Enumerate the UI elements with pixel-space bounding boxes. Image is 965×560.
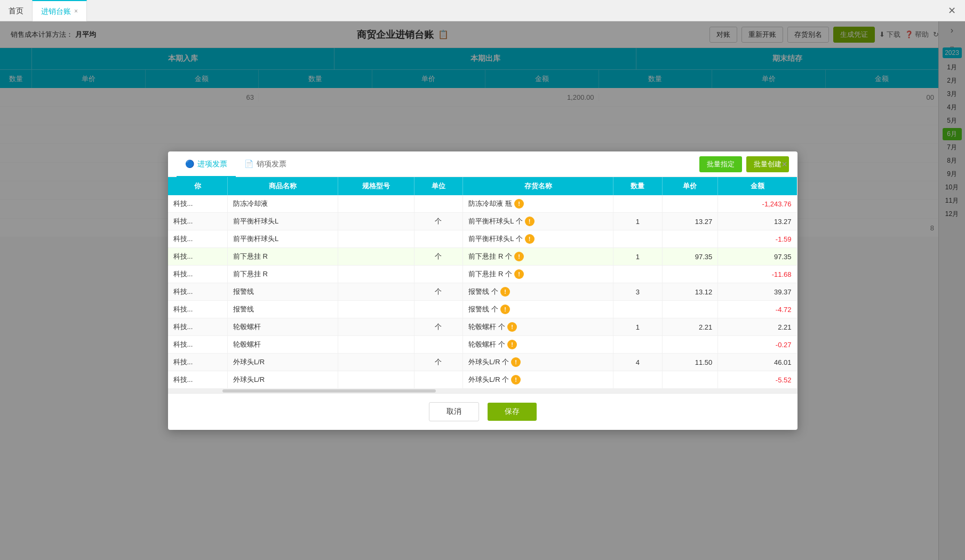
table-cell: 外球头L/R 个! bbox=[463, 354, 613, 371]
modal-overlay: 🔵 进项发票 📄 销项发票 批量指定 批量创建 × bbox=[0, 21, 965, 560]
table-cell bbox=[662, 371, 717, 389]
table-cell bbox=[662, 336, 717, 354]
table-cell bbox=[662, 195, 717, 213]
table-cell: 2.21 bbox=[718, 318, 797, 336]
tab-active[interactable]: 进销台账 × bbox=[32, 0, 87, 21]
table-row[interactable]: 科技...外球头L/R外球头L/R 个!-5.52 bbox=[168, 371, 797, 389]
th-inventory-name: 存货名称 bbox=[463, 177, 613, 195]
modal-scrollbar[interactable] bbox=[168, 389, 797, 393]
table-row[interactable]: 科技...轮毂螺杆个轮毂螺杆 个!12.212.21 bbox=[168, 318, 797, 336]
table-row[interactable]: 科技...前平衡杆球头L前平衡杆球头L 个!-1.59 bbox=[168, 230, 797, 248]
table-row[interactable]: 科技...报警线报警线 个!-4.72 bbox=[168, 301, 797, 318]
modal-table-wrap[interactable]: 你 商品名称 规格型号 单位 存货名称 数量 单价 金额 科技...防冻冷却液防… bbox=[168, 177, 797, 389]
table-header-row: 你 商品名称 规格型号 单位 存货名称 数量 单价 金额 bbox=[168, 177, 797, 195]
th-company: 你 bbox=[168, 177, 228, 195]
table-cell bbox=[613, 195, 663, 213]
table-cell: 报警线 bbox=[227, 283, 338, 301]
th-unit: 单位 bbox=[414, 177, 463, 195]
table-cell: -0.27 bbox=[718, 336, 797, 354]
table-cell bbox=[613, 266, 663, 283]
th-unit-price: 单价 bbox=[662, 177, 717, 195]
modal-dialog: 🔵 进项发票 📄 销项发票 批量指定 批量创建 × bbox=[168, 151, 797, 430]
table-cell: 轮毂螺杆 bbox=[227, 318, 338, 336]
th-amount: 金额 bbox=[718, 177, 797, 195]
table-cell bbox=[613, 230, 663, 248]
modal-header: 🔵 进项发票 📄 销项发票 批量指定 批量创建 × bbox=[168, 151, 797, 177]
table-cell: 外球头L/R bbox=[227, 354, 338, 371]
table-cell: -5.52 bbox=[718, 371, 797, 389]
table-cell: 报警线 个! bbox=[463, 283, 613, 301]
table-cell: -1.59 bbox=[718, 230, 797, 248]
table-cell: -1,243.76 bbox=[718, 195, 797, 213]
table-cell: 轮毂螺杆 个! bbox=[463, 336, 613, 354]
table-cell: 个 bbox=[414, 248, 463, 266]
table-cell: 2.21 bbox=[662, 318, 717, 336]
table-cell bbox=[414, 195, 463, 213]
modal-header-actions: 批量指定 批量创建 bbox=[699, 156, 789, 172]
table-cell: 个 bbox=[414, 318, 463, 336]
table-cell: 科技... bbox=[168, 283, 228, 301]
table-cell bbox=[338, 283, 414, 301]
table-row[interactable]: 科技...前下悬挂 R前下悬挂 R 个!-11.68 bbox=[168, 266, 797, 283]
warning-icon: ! bbox=[500, 287, 510, 297]
warning-icon: ! bbox=[507, 322, 517, 332]
table-cell: 个 bbox=[414, 354, 463, 371]
warning-icon: ! bbox=[525, 217, 535, 226]
warning-icon: ! bbox=[511, 375, 521, 385]
table-cell bbox=[338, 266, 414, 283]
table-cell: 科技... bbox=[168, 336, 228, 354]
cancel-button[interactable]: 取消 bbox=[429, 402, 479, 421]
batch-assign-button[interactable]: 批量指定 bbox=[699, 156, 742, 172]
table-cell: 科技... bbox=[168, 371, 228, 389]
table-cell: 科技... bbox=[168, 230, 228, 248]
modal-tabs: 🔵 进项发票 📄 销项发票 bbox=[177, 151, 295, 177]
table-cell bbox=[338, 195, 414, 213]
tab-close-icon[interactable]: × bbox=[74, 1, 78, 22]
table-cell bbox=[613, 301, 663, 318]
table-row[interactable]: 科技...防冻冷却液防冻冷却液 瓶!-1,243.76 bbox=[168, 195, 797, 213]
table-cell bbox=[414, 266, 463, 283]
warning-icon: ! bbox=[514, 252, 524, 261]
table-cell: 外球头L/R bbox=[227, 371, 338, 389]
table-row[interactable]: 科技...报警线个报警线 个!313.1239.37 bbox=[168, 283, 797, 301]
table-cell: 前平衡杆球头L bbox=[227, 213, 338, 230]
th-product-name: 商品名称 bbox=[227, 177, 338, 195]
table-cell bbox=[662, 301, 717, 318]
table-cell: 3 bbox=[613, 283, 663, 301]
warning-icon: ! bbox=[525, 234, 535, 244]
table-cell bbox=[662, 266, 717, 283]
table-cell: 11.50 bbox=[662, 354, 717, 371]
table-cell: 科技... bbox=[168, 318, 228, 336]
table-cell bbox=[338, 336, 414, 354]
modal-close-button[interactable]: × bbox=[778, 158, 791, 171]
invoice-table: 你 商品名称 规格型号 单位 存货名称 数量 单价 金额 科技...防冻冷却液防… bbox=[168, 177, 797, 389]
table-cell: 13.27 bbox=[718, 213, 797, 230]
table-cell: 1 bbox=[613, 213, 663, 230]
window-close-button[interactable]: ✕ bbox=[938, 0, 965, 21]
table-cell: 报警线 bbox=[227, 301, 338, 318]
table-cell: -4.72 bbox=[718, 301, 797, 318]
warning-icon: ! bbox=[511, 357, 521, 367]
table-cell: 个 bbox=[414, 213, 463, 230]
tab-purchase-invoice[interactable]: 🔵 进项发票 bbox=[177, 151, 236, 177]
table-cell: 科技... bbox=[168, 213, 228, 230]
tab-active-label: 进销台账 bbox=[41, 1, 71, 22]
table-row[interactable]: 科技...前下悬挂 R个前下悬挂 R 个!197.3597.35 bbox=[168, 248, 797, 266]
table-row[interactable]: 科技...外球头L/R个外球头L/R 个!411.5046.01 bbox=[168, 354, 797, 371]
table-cell: 前平衡杆球头L 个! bbox=[463, 230, 613, 248]
table-cell: 前下悬挂 R 个! bbox=[463, 266, 613, 283]
table-cell bbox=[613, 336, 663, 354]
table-row[interactable]: 科技...轮毂螺杆轮毂螺杆 个!-0.27 bbox=[168, 336, 797, 354]
table-cell: 前下悬挂 R 个! bbox=[463, 248, 613, 266]
table-cell: 轮毂螺杆 个! bbox=[463, 318, 613, 336]
tab-sales-invoice[interactable]: 📄 销项发票 bbox=[236, 151, 295, 177]
tab-home[interactable]: 首页 bbox=[0, 0, 32, 21]
table-cell bbox=[338, 301, 414, 318]
table-cell bbox=[338, 230, 414, 248]
save-button[interactable]: 保存 bbox=[488, 403, 537, 421]
table-cell: 科技... bbox=[168, 301, 228, 318]
table-cell: 4 bbox=[613, 354, 663, 371]
table-cell bbox=[414, 371, 463, 389]
table-row[interactable]: 科技...前平衡杆球头L个前平衡杆球头L 个!113.2713.27 bbox=[168, 213, 797, 230]
sales-tab-label: 销项发票 bbox=[257, 151, 286, 177]
